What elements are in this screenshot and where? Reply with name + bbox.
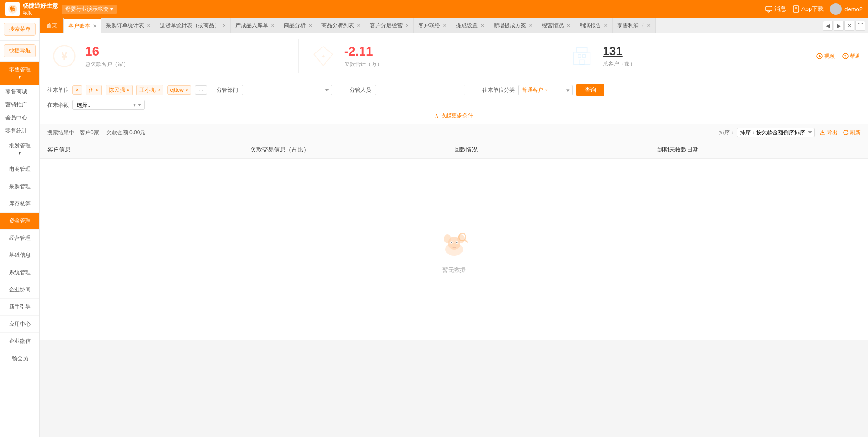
stat-debt-customers-info: 16 总欠款客户（家） bbox=[85, 44, 129, 69]
filter-tag-cj-remove[interactable]: × bbox=[186, 88, 188, 93]
tab-customer-segment[interactable]: 客户分层经营 ✕ bbox=[365, 18, 414, 33]
stat-total-customers-info: 131 总客户（家） bbox=[603, 44, 635, 68]
filter-label-dept: 分管部门 bbox=[216, 86, 238, 94]
filter-dept-container: ··· bbox=[242, 85, 340, 95]
filter-more-btn[interactable]: ··· bbox=[195, 86, 207, 95]
tab-close-all[interactable]: ✕ bbox=[844, 21, 854, 31]
text-help-btn[interactable]: ? 帮助 bbox=[842, 52, 861, 60]
video-help-btn[interactable]: 视频 bbox=[816, 52, 835, 60]
sidebar-item-retail-shop[interactable]: 零售商城 bbox=[0, 85, 39, 98]
tab-retail-profit[interactable]: 零售利润（ ✕ bbox=[613, 18, 656, 33]
filter-balance-select[interactable]: 选择... bbox=[72, 100, 145, 110]
sidebar-item-inventory[interactable]: 库存核算 bbox=[0, 195, 39, 213]
tab-close-ops[interactable]: ✕ bbox=[566, 23, 570, 28]
user-info[interactable]: demo2 bbox=[830, 3, 863, 15]
app-download-btn[interactable]: App下载 bbox=[792, 5, 824, 13]
tab-close-segment[interactable]: ✕ bbox=[405, 23, 409, 28]
filter-dept-select[interactable] bbox=[242, 85, 332, 95]
sidebar-item-enterprise[interactable]: 企业协同 bbox=[0, 281, 39, 299]
table-area: 客户信息 欠款交易信息（占比） 回款情况 到期未收款日期 bbox=[40, 141, 868, 340]
stat-total-customers: 131 总客户（家） bbox=[557, 39, 816, 73]
filter-tag-normal-remove[interactable]: × bbox=[545, 88, 548, 93]
filter-tag-chen-remove[interactable]: × bbox=[127, 88, 129, 93]
stat-total-debt-info: -2.11 欠款合计（万） bbox=[344, 44, 382, 69]
filter-tag-wu-remove[interactable]: × bbox=[96, 88, 99, 93]
tab-close-commission[interactable]: ✕ bbox=[480, 23, 484, 28]
col-due-date: 到期未收款日期 bbox=[657, 146, 861, 154]
sidebar-item-retail-mgmt[interactable]: 零售管理 ▾ bbox=[0, 62, 39, 85]
svg-rect-12 bbox=[578, 55, 581, 58]
sidebar-item-operations[interactable]: 经营管理 bbox=[0, 230, 39, 247]
tab-product-analysis[interactable]: 商品分析 ✕ bbox=[279, 18, 317, 33]
filter-label-person: 分管人员 bbox=[350, 86, 371, 94]
tab-commission-settings[interactable]: 提成设置 ✕ bbox=[451, 18, 489, 33]
tab-close-finished[interactable]: ✕ bbox=[271, 23, 274, 28]
tab-profit-report[interactable]: 利润报告 ✕ bbox=[575, 18, 613, 33]
tab-product-analysis-list[interactable]: 商品分析列表 ✕ bbox=[317, 18, 365, 33]
tab-finished-stock[interactable]: 产成品入库单 ✕ bbox=[231, 18, 279, 33]
tab-close-stock[interactable]: ✕ bbox=[222, 23, 226, 28]
query-btn[interactable]: 查询 bbox=[576, 84, 604, 96]
stat-total-customers-label: 总客户（家） bbox=[603, 60, 635, 68]
quick-nav-btn[interactable]: 快捷导航 bbox=[4, 44, 36, 57]
sidebar-item-ecommerce[interactable]: 电商管理 bbox=[0, 161, 39, 178]
filter-dept-more[interactable]: ··· bbox=[334, 86, 340, 94]
result-bar-right: 排序： 排序：按欠款金额倒序排序 导出 刷新 bbox=[719, 128, 861, 137]
messages-btn[interactable]: 消息 bbox=[765, 5, 786, 13]
stat-debt-customers: ¥ 16 总欠款客户（家） bbox=[40, 39, 299, 73]
tab-scroll-left[interactable]: ◀ bbox=[823, 21, 833, 31]
sidebar-item-app-center[interactable]: 应用中心 bbox=[0, 316, 39, 333]
filter-tag-unit-default: × bbox=[72, 86, 82, 95]
tab-add-commission[interactable]: 新增提成方案 ✕ bbox=[489, 18, 537, 33]
stat-debt-customers-label: 总欠款客户（家） bbox=[85, 61, 129, 68]
sidebar-item-wechat[interactable]: 企业微信 bbox=[0, 333, 39, 350]
tab-close-contact[interactable]: ✕ bbox=[443, 23, 446, 28]
sidebar-item-purchase[interactable]: 采购管理 bbox=[0, 178, 39, 195]
sidebar-item-member-plus[interactable]: 畅会员 bbox=[0, 350, 39, 367]
svg-rect-4 bbox=[795, 7, 797, 10]
tab-customer-ledger[interactable]: 客户账本 ✕ bbox=[64, 18, 101, 33]
filter-person-more[interactable]: ··· bbox=[467, 86, 473, 94]
sidebar-item-new-guide[interactable]: 新手引导 bbox=[0, 299, 39, 316]
export-btn[interactable]: 导出 bbox=[820, 129, 838, 137]
refresh-btn[interactable]: 刷新 bbox=[843, 129, 861, 137]
filter-collapse-btn[interactable]: ∧ 收起更多条件 bbox=[435, 112, 473, 119]
sidebar-item-finance[interactable]: 资金管理 bbox=[0, 213, 39, 230]
account-dropdown[interactable]: 母婴行业演示帐套 ▾ bbox=[62, 5, 117, 14]
tab-close-purchase[interactable]: ✕ bbox=[147, 23, 150, 28]
tab-scroll-right[interactable]: ▶ bbox=[834, 21, 844, 31]
svg-point-24 bbox=[451, 242, 452, 243]
table-header: 客户信息 欠款交易信息（占比） 回款情况 到期未收款日期 bbox=[40, 141, 868, 159]
tab-stock-by-product[interactable]: 进货单统计表（按商品） ✕ bbox=[155, 18, 231, 33]
sort-select[interactable]: 排序：按欠款金额倒序排序 bbox=[737, 128, 815, 137]
sidebar: 搜索菜单 快捷导航 零售管理 ▾ 零售商城 营销推广 会员中心 零售统计 批发管… bbox=[0, 18, 40, 437]
sidebar-item-wholesale[interactable]: 批发管理 ▾ bbox=[0, 138, 39, 161]
filter-tag-chenminqiang: 陈民强 × bbox=[106, 85, 133, 95]
tab-home[interactable]: 首页 bbox=[40, 18, 64, 33]
sidebar-item-members[interactable]: 会员中心 bbox=[0, 111, 39, 124]
filter-collapse-area: ∧ 收起更多条件 bbox=[47, 112, 861, 119]
filter-tag-wang-remove[interactable]: × bbox=[158, 88, 160, 93]
tab-close-analysis[interactable]: ✕ bbox=[308, 23, 312, 28]
filter-person-input[interactable] bbox=[375, 85, 465, 95]
tab-purchase-order[interactable]: 采购订单统计表 ✕ bbox=[101, 18, 155, 33]
top-bar: 畅 畅捷通好生意 标版 母婴行业演示帐套 ▾ 消息 App下载 demo2 bbox=[0, 0, 868, 18]
yuan-icon: ¥ bbox=[51, 43, 78, 70]
search-menu-btn[interactable]: 搜索菜单 bbox=[4, 23, 36, 36]
sidebar-item-basic-info[interactable]: 基础信息 bbox=[0, 247, 39, 264]
filter-type-container: 普通客户 × ▾ bbox=[518, 85, 573, 95]
sidebar-item-retail-stats[interactable]: 零售统计 bbox=[0, 124, 39, 138]
tab-close-customer-ledger[interactable]: ✕ bbox=[93, 24, 96, 28]
tab-close-profit[interactable]: ✕ bbox=[604, 23, 608, 28]
sidebar-item-system[interactable]: 系统管理 bbox=[0, 264, 39, 281]
tab-close-analysis-list[interactable]: ✕ bbox=[357, 23, 360, 28]
stats-bar: ¥ 16 总欠款客户（家） ✦ bbox=[40, 33, 868, 79]
sidebar-item-marketing[interactable]: 营销推广 bbox=[0, 98, 39, 111]
svg-rect-2 bbox=[766, 6, 772, 11]
filter-type-dropdown[interactable]: ▾ bbox=[566, 87, 570, 94]
tab-close-retail[interactable]: ✕ bbox=[647, 23, 651, 28]
tab-operations[interactable]: 经营情况 ✕ bbox=[537, 18, 575, 33]
tab-customer-contact[interactable]: 客户联络 ✕ bbox=[414, 18, 451, 33]
tab-close-add-commission[interactable]: ✕ bbox=[529, 23, 532, 28]
tab-maximize[interactable]: ⛶ bbox=[855, 21, 865, 31]
